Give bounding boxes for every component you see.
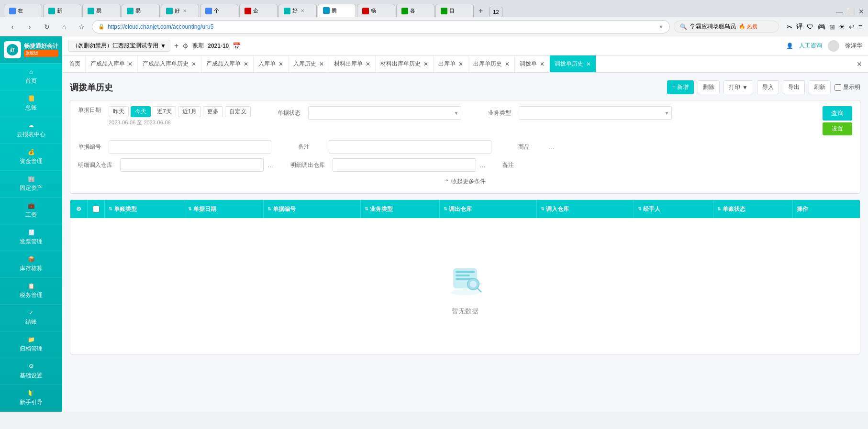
- close-all-tabs-icon[interactable]: ✕: [853, 60, 866, 68]
- query-button[interactable]: 查询: [823, 106, 852, 121]
- page-tab-out-order[interactable]: 出库单 ✕: [434, 55, 468, 73]
- close-icon-out-order[interactable]: ✕: [458, 61, 463, 67]
- th-type[interactable]: ⇅ 单账类型: [105, 200, 184, 218]
- back-button[interactable]: ‹: [6, 20, 19, 33]
- settings-column-icon[interactable]: ⚙: [76, 206, 81, 212]
- grid-icon[interactable]: ⊞: [829, 23, 835, 31]
- close-icon-in-history[interactable]: ✕: [319, 61, 324, 67]
- browser-tab-7[interactable]: 企: [239, 4, 278, 17]
- select-all-checkbox[interactable]: [93, 206, 100, 212]
- close-icon-transfer-history[interactable]: ✕: [586, 61, 591, 67]
- browser-search[interactable]: 🔍 学霸应聘场驱鸟员 🔥 热搜: [674, 21, 779, 33]
- display-checkbox[interactable]: [835, 84, 841, 91]
- maximize-button[interactable]: ⬜: [846, 8, 855, 15]
- sidebar-item-fund[interactable]: 💰 资金管理: [0, 144, 62, 171]
- calendar-icon[interactable]: 📅: [233, 42, 241, 50]
- settings-icon[interactable]: ⚙: [182, 42, 189, 50]
- sidebar-item-archive[interactable]: 📁 归档管理: [0, 331, 62, 358]
- company-selector[interactable]: （勿删勿禁用）江西服宝测试专用 ▼: [68, 40, 170, 52]
- close-icon-material-out-history[interactable]: ✕: [423, 61, 428, 67]
- sidebar-item-report[interactable]: ☁ 云报表中心: [0, 117, 62, 144]
- sidebar-item-invoice[interactable]: 🧾 发票管理: [0, 224, 62, 251]
- last-month-btn[interactable]: 近1月: [178, 106, 201, 117]
- page-tab-product-in-history[interactable]: 产成品入库单历史 ✕: [138, 55, 201, 73]
- browser-tab-5[interactable]: 好 ✕: [161, 4, 199, 17]
- close-icon-product-in-history[interactable]: ✕: [191, 61, 196, 67]
- collapse-button[interactable]: ⌃ 收起更多条件: [437, 176, 493, 187]
- address-bar[interactable]: 🔒 https://cloud.chanjet.com/accounting/u…: [92, 20, 670, 33]
- theme-icon[interactable]: ☀: [839, 23, 845, 31]
- more-btn[interactable]: 更多: [203, 106, 223, 117]
- last7-btn[interactable]: 近7天: [153, 106, 176, 117]
- display-toggle[interactable]: 显示明: [835, 83, 860, 91]
- import-button[interactable]: 导入: [757, 80, 779, 94]
- undo-icon[interactable]: ↩: [849, 23, 855, 31]
- sidebar-item-guide[interactable]: 🔰 新手引导: [0, 385, 62, 412]
- add-company-button[interactable]: +: [174, 42, 178, 50]
- close-icon-product-in2[interactable]: ✕: [244, 61, 248, 67]
- browser-tab-4[interactable]: 易: [122, 4, 160, 17]
- sidebar-item-home[interactable]: ⌂ 首页: [0, 64, 62, 90]
- sidebar-item-asset[interactable]: 🏢 固定资产: [0, 171, 62, 198]
- page-tab-in-history[interactable]: 入库历史 ✕: [289, 55, 329, 73]
- scissors-icon[interactable]: ✂: [787, 23, 792, 31]
- th-handler[interactable]: ⇅ 经手人: [634, 200, 713, 218]
- browser-tab-6[interactable]: 个: [200, 4, 238, 17]
- sidebar-item-tax[interactable]: 📋 税务管理: [0, 278, 62, 305]
- forward-button[interactable]: ›: [23, 20, 36, 33]
- out-warehouse-dots[interactable]: ...: [480, 161, 486, 169]
- browser-tab-9[interactable]: 畅: [357, 4, 395, 17]
- status-select[interactable]: [308, 106, 461, 120]
- page-tab-transfer[interactable]: 调拨单 ✕: [515, 55, 550, 73]
- refresh-button[interactable]: ↻: [40, 20, 54, 33]
- close-button[interactable]: ✕: [858, 8, 864, 15]
- in-warehouse-input[interactable]: [120, 158, 264, 172]
- export-button[interactable]: 导出: [783, 80, 805, 94]
- sidebar-item-inventory[interactable]: 📦 库存核算: [0, 251, 62, 278]
- close-icon-out-history[interactable]: ✕: [505, 61, 510, 67]
- browser-tab-8[interactable]: 好 ✕: [278, 4, 317, 17]
- translate-icon[interactable]: 译: [796, 22, 803, 31]
- remark-input[interactable]: [329, 140, 491, 154]
- set-button[interactable]: 设置: [823, 122, 852, 135]
- refresh-button-toolbar[interactable]: 刷新: [809, 80, 831, 94]
- sidebar-item-wage[interactable]: 💼 工资: [0, 198, 62, 224]
- shield-icon[interactable]: 🛡: [807, 23, 813, 31]
- goods-dots[interactable]: ...: [549, 143, 555, 151]
- type-select[interactable]: [519, 106, 672, 120]
- browser-tab-3[interactable]: 易: [82, 4, 121, 17]
- th-date[interactable]: ⇅ 单据日期: [184, 200, 264, 218]
- browser-tab-active[interactable]: 腾: [318, 4, 356, 17]
- page-tab-material-out-history[interactable]: 材料出库单历史 ✕: [376, 55, 434, 73]
- close-icon-product-in[interactable]: ✕: [128, 61, 133, 67]
- close-icon-material-out[interactable]: ✕: [366, 61, 370, 67]
- close-icon-in-order[interactable]: ✕: [278, 61, 283, 67]
- browser-tab-1[interactable]: 在: [4, 4, 42, 17]
- user-service[interactable]: 人工咨询: [799, 42, 822, 50]
- delete-button[interactable]: 删除: [698, 80, 720, 94]
- page-tab-transfer-history[interactable]: 调拨单历史 ✕: [550, 55, 596, 73]
- docno-input[interactable]: [109, 140, 271, 154]
- new-tab-button[interactable]: +: [475, 5, 487, 17]
- th-status[interactable]: ⇅ 单账状态: [713, 200, 793, 218]
- page-tab-product-in2[interactable]: 产成品入库单 ✕: [201, 55, 254, 73]
- browser-tab-11[interactable]: 目: [435, 4, 474, 17]
- minimize-button[interactable]: —: [836, 8, 843, 15]
- home-button[interactable]: ⌂: [57, 20, 71, 33]
- new-button[interactable]: + 新增: [667, 80, 694, 94]
- custom-btn[interactable]: 自定义: [225, 106, 251, 117]
- browser-tab-10[interactable]: 各: [396, 4, 434, 17]
- today-btn[interactable]: 今天: [131, 106, 151, 117]
- page-tab-out-history[interactable]: 出库单历史 ✕: [468, 55, 515, 73]
- close-icon-transfer[interactable]: ✕: [540, 61, 545, 67]
- sidebar-item-settle[interactable]: ✓ 结账: [0, 305, 62, 331]
- browser-tab-2[interactable]: 新: [43, 4, 81, 17]
- settings-th[interactable]: ⚙: [70, 200, 88, 218]
- th-docno[interactable]: ⇅ 单据编号: [264, 200, 361, 218]
- user-name[interactable]: 徐泽华: [845, 42, 862, 50]
- in-warehouse-dots[interactable]: ...: [267, 161, 273, 169]
- page-tab-material-out[interactable]: 材料出库单 ✕: [329, 55, 376, 73]
- sidebar-item-basic[interactable]: ⚙ 基础设置: [0, 358, 62, 385]
- page-tab-home[interactable]: 首页: [64, 55, 86, 73]
- game-icon[interactable]: 🎮: [817, 23, 825, 31]
